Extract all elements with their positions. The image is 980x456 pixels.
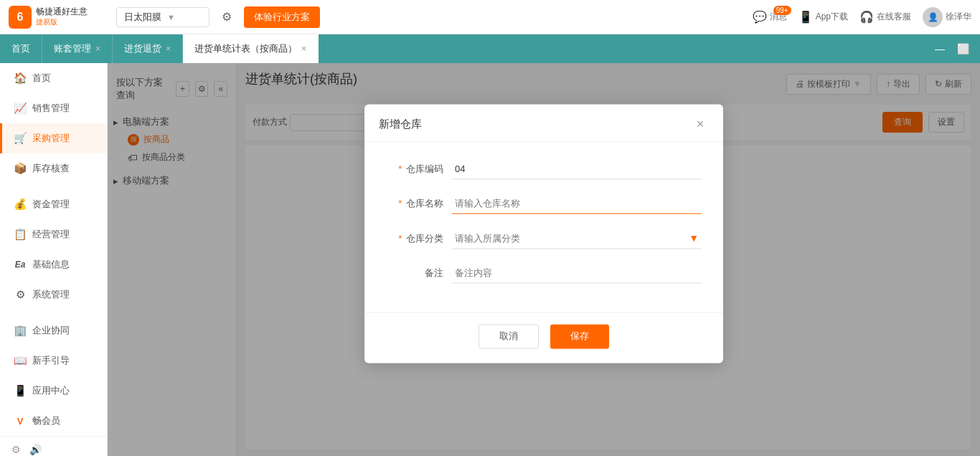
- sidebar-label-app-center: 应用中心: [32, 384, 70, 397]
- sidebar-label-basic-info: 基础信息: [32, 258, 70, 271]
- sidebar-item-app-center[interactable]: 📱 应用中心: [0, 376, 107, 406]
- modal-dialog: 新增仓库 × * 仓库编码 * 仓库名: [364, 104, 723, 363]
- sidebar-item-finance[interactable]: 💰 资金管理: [0, 189, 107, 219]
- sidebar-item-guide[interactable]: 📖 新手引导: [0, 346, 107, 376]
- modal-footer: 取消 保存: [364, 312, 723, 363]
- app-center-icon: 📱: [14, 384, 27, 397]
- vip-icon: V: [14, 414, 27, 427]
- basic-info-icon: Ea: [14, 258, 27, 271]
- modal-title: 新增仓库: [379, 118, 422, 131]
- purchase-icon: 🛒: [14, 132, 27, 145]
- sidebar-label-guide: 新手引导: [32, 354, 70, 367]
- sidebar-label-inventory: 库存核查: [32, 162, 70, 175]
- category-dropdown-arrow: ▼: [689, 232, 699, 244]
- logo-title: 畅捷通好生意: [36, 6, 88, 18]
- cancel-button[interactable]: 取消: [479, 324, 539, 348]
- sidebar: 🏠 首页 📈 销售管理 🛒 采购管理 📦 库存核查 💰 资金管理 📋 经营管理 …: [0, 63, 108, 456]
- user-avatar: 👤: [923, 7, 943, 27]
- tab-close-purchase-stats[interactable]: ×: [301, 44, 306, 54]
- username: 徐泽华: [946, 11, 971, 23]
- sidebar-label-finance: 资金管理: [32, 198, 70, 211]
- modal-close-button[interactable]: ×: [692, 115, 709, 133]
- online-service-button[interactable]: 🎧 在线客服: [859, 10, 911, 24]
- sidebar-footer: ⚙ 🔊: [0, 436, 107, 456]
- main-layout: 🏠 首页 📈 销售管理 🛒 采购管理 📦 库存核查 💰 资金管理 📋 经营管理 …: [0, 63, 980, 456]
- sidebar-item-inventory[interactable]: 📦 库存核查: [0, 153, 107, 184]
- note-label: 备注: [386, 267, 443, 280]
- save-button[interactable]: 保存: [550, 324, 609, 348]
- sidebar-item-operations[interactable]: 📋 经营管理: [0, 219, 107, 250]
- sidebar-item-sales[interactable]: 📈 销售管理: [0, 93, 107, 123]
- warehouse-category-input[interactable]: [455, 233, 689, 244]
- sidebar-item-vip[interactable]: V 畅会员: [0, 406, 107, 436]
- enterprise-icon: 🏢: [14, 324, 27, 337]
- form-row-warehouse-name: * 仓库名称: [386, 194, 702, 214]
- store-selector-arrow: ▼: [167, 13, 175, 22]
- warehouse-code-label: * 仓库编码: [386, 163, 443, 176]
- modal-header: 新增仓库 ×: [364, 104, 723, 142]
- warehouse-name-input[interactable]: [452, 194, 702, 214]
- form-row-warehouse-code: * 仓库编码: [386, 159, 702, 179]
- sidebar-label-operations: 经营管理: [32, 228, 70, 241]
- store-name: 日太阳膜: [124, 11, 161, 24]
- note-input[interactable]: [452, 263, 702, 283]
- logo-area: 6 畅捷通好生意 捷易版: [9, 6, 116, 29]
- system-icon: ⚙: [14, 288, 27, 301]
- tab-home[interactable]: 首页: [0, 34, 42, 63]
- guide-icon: 📖: [14, 354, 27, 367]
- warehouse-code-input[interactable]: [452, 159, 702, 179]
- settings-button[interactable]: ⚙: [215, 6, 238, 29]
- user-area[interactable]: 👤 徐泽华: [923, 7, 971, 27]
- main-inner: 按以下方案查询 + ⚙ « ▸ 电脑端方案: [108, 63, 980, 456]
- sales-icon: 📈: [14, 102, 27, 115]
- tab-account[interactable]: 账套管理 ×: [42, 34, 113, 63]
- sidebar-label-home: 首页: [32, 72, 51, 85]
- logo-badge: 捷易版: [36, 17, 88, 27]
- message-badge: 99+: [773, 6, 791, 15]
- sidebar-item-enterprise[interactable]: 🏢 企业协同: [0, 315, 107, 346]
- warehouse-category-selector[interactable]: ▼: [452, 228, 702, 249]
- warehouse-name-label: * 仓库名称: [386, 197, 443, 210]
- sidebar-item-purchase[interactable]: 🛒 采购管理: [0, 123, 107, 153]
- app-download-button[interactable]: 📱 App下载: [798, 10, 848, 24]
- sidebar-item-home[interactable]: 🏠 首页: [0, 63, 107, 93]
- tab-purchase-stats[interactable]: 进货单统计表（按商品） ×: [183, 34, 319, 63]
- sidebar-label-sales: 销售管理: [32, 102, 70, 115]
- message-button[interactable]: 💬 消息 99+: [753, 10, 787, 24]
- maximize-button[interactable]: ⬜: [954, 40, 971, 57]
- modal-body: * 仓库编码 * 仓库名称 * 仓库: [364, 142, 723, 312]
- warehouse-category-label: * 仓库分类: [386, 232, 443, 245]
- inventory-icon: 📦: [14, 162, 27, 175]
- trial-button[interactable]: 体验行业方案: [244, 6, 320, 28]
- sidebar-label-purchase: 采购管理: [32, 132, 70, 145]
- minimize-button[interactable]: —: [931, 40, 948, 57]
- sidebar-label-system: 系统管理: [32, 288, 70, 301]
- finance-icon: 💰: [14, 198, 27, 211]
- tab-purchase-return[interactable]: 进货退货 ×: [113, 34, 183, 63]
- form-row-warehouse-category: * 仓库分类 ▼: [386, 228, 702, 249]
- sidebar-label-enterprise: 企业协同: [32, 324, 70, 337]
- operations-icon: 📋: [14, 228, 27, 241]
- tab-bar: 首页 账套管理 × 进货退货 × 进货单统计表（按商品） × — ⬜: [0, 34, 980, 63]
- header-right: 💬 消息 99+ 📱 App下载 🎧 在线客服 👤 徐泽华: [753, 7, 971, 27]
- sidebar-item-basic-info[interactable]: Ea 基础信息: [0, 250, 107, 280]
- form-row-note: 备注: [386, 263, 702, 283]
- top-header: 6 畅捷通好生意 捷易版 日太阳膜 ▼ ⚙ 体验行业方案 💬 消息 99+ 📱 …: [0, 0, 980, 34]
- sidebar-settings-button[interactable]: ⚙: [11, 444, 21, 455]
- logo-icon: 6: [9, 6, 32, 29]
- sidebar-speaker-button[interactable]: 🔊: [29, 444, 42, 455]
- sidebar-label-vip: 畅会员: [32, 414, 60, 427]
- home-icon: 🏠: [14, 72, 27, 85]
- tab-close-purchase-return[interactable]: ×: [166, 44, 171, 54]
- tab-close-account[interactable]: ×: [95, 44, 100, 54]
- sidebar-item-system[interactable]: ⚙ 系统管理: [0, 280, 107, 310]
- window-controls: — ⬜: [931, 40, 980, 57]
- store-selector[interactable]: 日太阳膜 ▼: [116, 7, 209, 27]
